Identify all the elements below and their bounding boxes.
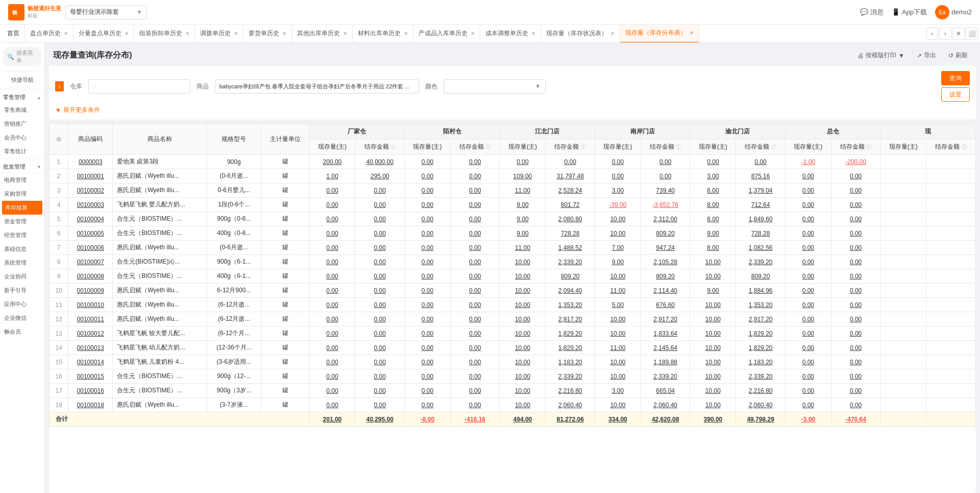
setting-btn[interactable]: 设置 — [941, 87, 970, 102]
row-w1-stock[interactable]: 0.00 — [309, 326, 355, 341]
row-w1-stock[interactable]: 0.00 — [309, 255, 355, 269]
row-w3-stock[interactable]: 9.00 — [500, 226, 546, 241]
row-w4-stock[interactable]: 10.00 — [595, 226, 641, 241]
row-w1-stock[interactable]: 0.00 — [309, 269, 355, 284]
row-w4-stock[interactable]: -39.00 — [595, 198, 641, 212]
row-w2-stock[interactable]: 0.00 — [404, 298, 450, 312]
sidebar-item-purchase[interactable]: 采购管理 — [0, 187, 44, 201]
row-w4-stock[interactable]: 10.00 — [595, 369, 641, 384]
row-w3-stock[interactable]: 10.00 — [500, 384, 546, 398]
row-total-stock[interactable]: 0.00 — [785, 241, 831, 255]
sidebar-item-new-guide[interactable]: 新手引导 — [0, 284, 44, 297]
row-w1-stock[interactable]: 0.00 — [309, 312, 355, 326]
close-icon[interactable]: ✕ — [471, 31, 475, 36]
row-total-stock[interactable]: 0.00 — [785, 369, 831, 384]
sidebar-item-app-center[interactable]: 应用中心 — [0, 297, 44, 311]
row-w5-stock[interactable]: 9.00 — [690, 284, 736, 298]
sidebar-search-area[interactable]: 🔍 搜索英单 — [0, 43, 44, 71]
close-icon[interactable]: ✕ — [531, 31, 535, 36]
row-w5-stock[interactable]: 10.00 — [690, 355, 736, 369]
row-w2-stock[interactable]: 0.00 — [404, 155, 450, 169]
user-profile[interactable]: Ea demo2 — [935, 5, 972, 19]
row-w5-stock[interactable]: 10.00 — [690, 326, 736, 341]
row-w1-stock[interactable]: 0.00 — [309, 241, 355, 255]
row-w2-stock[interactable]: 0.00 — [404, 269, 450, 284]
close-icon[interactable]: ✕ — [610, 31, 615, 36]
row-total-stock[interactable]: 0.00 — [785, 298, 831, 312]
row-w5-stock[interactable]: 0.00 — [690, 155, 736, 169]
sidebar-item-basic-info[interactable]: 基础信息 — [0, 242, 44, 256]
row-w4-stock[interactable]: 10.00 — [595, 326, 641, 341]
tab-other-out[interactable]: 其他出库单历史 ✕ — [292, 25, 353, 43]
row-w2-stock[interactable]: 0.00 — [404, 241, 450, 255]
row-w2-stock[interactable]: 0.00 — [404, 212, 450, 226]
row-w4-stock[interactable]: 10.00 — [595, 398, 641, 412]
row-w4-stock[interactable]: 9.00 — [595, 255, 641, 269]
sidebar-item-operation[interactable]: 经营管理 — [0, 228, 44, 242]
col-settings-header[interactable]: ⚙ — [50, 124, 68, 155]
row-w5-stock[interactable]: 10.00 — [690, 369, 736, 384]
close-icon[interactable]: ✕ — [282, 31, 286, 36]
row-w3-stock[interactable]: 10.00 — [500, 255, 546, 269]
sidebar-item-retail-store[interactable]: 零售商城 — [0, 103, 44, 117]
sidebar-item-company-collab[interactable]: 企业协同 — [0, 270, 44, 284]
row-w2-stock[interactable]: 0.00 — [404, 312, 450, 326]
row-w1-stock[interactable]: 0.00 — [309, 355, 355, 369]
tab-stock-point[interactable]: 分量盘点单历史 ✕ — [74, 25, 134, 43]
row-code[interactable]: 00100003 — [68, 198, 113, 212]
app-download-btn[interactable]: 📱 App下载 — [892, 8, 927, 17]
row-code[interactable]: 00100007 — [68, 255, 113, 269]
row-w2-stock[interactable]: 0.00 — [404, 341, 450, 355]
sidebar-item-member-pass[interactable]: 畅会员 — [0, 325, 44, 339]
row-w4-stock[interactable]: 0.00 — [595, 155, 641, 169]
row-code[interactable]: 00100008 — [68, 269, 113, 284]
filter-expand-btn[interactable]: › — [55, 81, 64, 91]
row-w5-stock[interactable]: 6.00 — [690, 183, 736, 198]
sidebar-item-system[interactable]: 系统管理 — [0, 256, 44, 270]
query-btn[interactable]: 查询 — [941, 71, 970, 85]
row-total-stock[interactable]: 0.00 — [785, 398, 831, 412]
row-w1-stock[interactable]: 0.00 — [309, 369, 355, 384]
tab-purchase-order[interactable]: 要货单历史 ✕ — [243, 25, 292, 43]
export-btn[interactable]: ↗ 导出 — [913, 49, 940, 62]
close-icon[interactable]: ✕ — [690, 30, 694, 36]
row-w5-stock[interactable]: 8.00 — [690, 212, 736, 226]
row-w2-stock[interactable]: 0.00 — [404, 255, 450, 269]
tab-close-all-btn[interactable]: ✕ — [952, 28, 965, 40]
tab-home[interactable]: 首页 — [2, 25, 25, 43]
row-code[interactable]: 00100010 — [68, 298, 113, 312]
warehouse-input[interactable]: ··· — [88, 79, 190, 93]
row-w5-stock[interactable]: 10.00 — [690, 341, 736, 355]
row-total-stock[interactable]: 0.00 — [785, 198, 831, 212]
row-w3-stock[interactable]: 10.00 — [500, 369, 546, 384]
row-total-stock[interactable]: 0.00 — [785, 355, 831, 369]
row-w2-stock[interactable]: 0.00 — [404, 398, 450, 412]
row-w5-stock[interactable]: 8.00 — [690, 198, 736, 212]
row-w3-stock[interactable]: 10.00 — [500, 284, 546, 298]
row-w2-stock[interactable]: 0.00 — [404, 369, 450, 384]
tab-product-in[interactable]: 产成品入库单历史 ✕ — [413, 25, 480, 43]
row-total-stock[interactable]: 0.00 — [785, 169, 831, 183]
tab-stock-distribution[interactable]: 现存量（库存分布表）✕ — [620, 25, 699, 43]
row-w3-stock[interactable]: 10.00 — [500, 269, 546, 284]
row-w2-stock[interactable]: 0.00 — [404, 226, 450, 241]
sidebar-item-company-wechat[interactable]: 企业微信 — [0, 311, 44, 325]
row-total-stock[interactable]: 0.00 — [785, 183, 831, 198]
row-w5-stock[interactable]: 10.00 — [690, 398, 736, 412]
close-icon[interactable]: ✕ — [64, 31, 68, 36]
row-w3-stock[interactable]: 109.00 — [500, 169, 546, 183]
row-w3-stock[interactable]: 10.00 — [500, 398, 546, 412]
row-w1-stock[interactable]: 0.00 — [309, 183, 355, 198]
row-code[interactable]: 0000003 — [68, 155, 113, 169]
row-w1-stock[interactable]: 0.00 — [309, 198, 355, 212]
row-w2-stock[interactable]: 0.00 — [404, 198, 450, 212]
row-w5-stock[interactable]: 10.00 — [690, 269, 736, 284]
row-w4-stock[interactable]: 11.00 — [595, 341, 641, 355]
close-icon[interactable]: ✕ — [343, 31, 347, 36]
row-code[interactable]: 00100009 — [68, 284, 113, 298]
message-btn[interactable]: 💬 消息 — [860, 8, 884, 17]
row-w4-stock[interactable]: 10.00 — [595, 269, 641, 284]
tab-combo[interactable]: 组装拆卸单历史 ✕ — [134, 25, 195, 43]
row-code[interactable]: 00100013 — [68, 341, 113, 355]
tab-material-out[interactable]: 材料出库单历史 ✕ — [353, 25, 413, 43]
